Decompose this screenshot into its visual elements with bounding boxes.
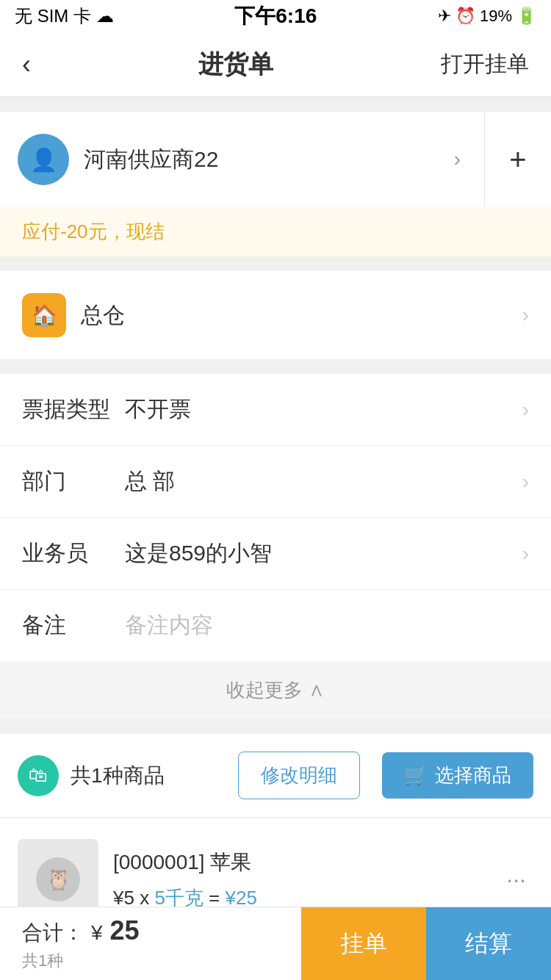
select-product-label: 选择商品 xyxy=(435,763,511,788)
notice-bar: 应付-20元，现结 xyxy=(0,207,551,256)
invoice-type-label: 票据类型 xyxy=(22,394,110,425)
collapse-toggle[interactable]: 收起更多 ∧ xyxy=(0,661,551,719)
remark-row[interactable]: 备注 备注内容 xyxy=(0,590,551,661)
edit-detail-button[interactable]: 修改明细 xyxy=(238,752,360,799)
salesperson-label: 业务员 xyxy=(22,538,110,569)
department-row[interactable]: 部门 总 部 › xyxy=(0,446,551,518)
pending-button[interactable]: 挂单 xyxy=(301,907,426,980)
open-pending-button[interactable]: 打开挂单 xyxy=(441,49,529,79)
remark-label: 备注 xyxy=(22,610,110,641)
invoice-type-value: 不开票 xyxy=(110,394,522,425)
department-label: 部门 xyxy=(22,466,110,497)
checkout-button[interactable]: 结算 xyxy=(426,907,551,980)
invoice-type-row[interactable]: 票据类型 不开票 › xyxy=(0,374,551,446)
bottom-bar: 合计： ¥ 25 共1种 挂单 结算 xyxy=(0,907,551,980)
supplier-selector[interactable]: 👤 河南供应商22 › xyxy=(0,112,484,207)
remark-value: 备注内容 xyxy=(110,610,529,641)
total-row: 合计： ¥ 25 xyxy=(22,915,279,947)
sim-status: 无 SIM 卡 ☁ xyxy=(15,4,114,28)
gap-2 xyxy=(0,256,551,271)
status-bar-left: 无 SIM 卡 ☁ xyxy=(15,4,114,28)
product-info: [0000001] 苹果 ¥5 x 5千克 = ¥25 xyxy=(113,849,484,911)
alarm-icon: ⏰ xyxy=(455,7,475,26)
warehouse-name: 总仓 xyxy=(81,300,508,331)
status-bar-right: ✈ ⏰ 19% 🔋 xyxy=(438,7,536,26)
product-header: 🛍 共1种商品 修改明细 🛒 选择商品 xyxy=(0,734,551,817)
department-chevron-icon: › xyxy=(522,470,529,494)
warehouse-selector[interactable]: 🏠 总仓 › xyxy=(0,271,551,359)
warehouse-chevron-icon: › xyxy=(522,303,529,327)
select-product-icon: 🛒 xyxy=(404,764,428,787)
total-section: 合计： ¥ 25 共1种 xyxy=(0,907,301,980)
status-bar: 无 SIM 卡 ☁ 下午6:16 ✈ ⏰ 19% 🔋 xyxy=(0,0,551,32)
salesperson-chevron-icon: › xyxy=(522,542,529,566)
salesperson-value: 这是859的小智 xyxy=(110,538,522,569)
cart-glyph: 🛍 xyxy=(29,764,48,787)
location-icon: ✈ xyxy=(438,7,451,26)
product-more-button[interactable]: ··· xyxy=(499,859,533,901)
total-sub-label: 共1种 xyxy=(22,950,279,972)
back-button[interactable]: ‹ xyxy=(22,49,31,80)
product-subtotal: ¥25 xyxy=(226,887,257,909)
salesperson-row[interactable]: 业务员 这是859的小智 › xyxy=(0,518,551,590)
gap-1 xyxy=(0,97,551,112)
product-unit-price: ¥5 xyxy=(113,887,134,909)
page-title: 进货单 xyxy=(198,48,273,82)
product-thumb-placeholder: 🦉 xyxy=(36,857,80,901)
supplier-avatar: 👤 xyxy=(18,134,69,185)
gap-3 xyxy=(0,359,551,374)
product-equals-sign: = xyxy=(209,887,225,909)
product-multiply-sign: x xyxy=(140,887,154,909)
product-name: [0000001] 苹果 xyxy=(113,849,484,876)
invoice-chevron-icon: › xyxy=(522,398,529,422)
total-label: 合计： xyxy=(22,919,84,947)
form-section: 票据类型 不开票 › 部门 总 部 › 业务员 这是859的小智 › 备注 备注… xyxy=(0,374,551,661)
product-code: [0000001] xyxy=(113,851,205,873)
department-value: 总 部 xyxy=(110,466,522,497)
product-count-label: 共1种商品 xyxy=(71,762,226,790)
warehouse-icon: 🏠 xyxy=(22,293,66,337)
product-title: 苹果 xyxy=(210,851,251,873)
battery-level: 19% xyxy=(480,7,512,26)
cart-icon: 🛍 xyxy=(18,755,59,796)
status-bar-time: 下午6:16 xyxy=(234,2,317,30)
product-quantity: 5千克 xyxy=(154,887,203,909)
supplier-name: 河南供应商22 xyxy=(84,145,439,175)
home-icon: 🏠 xyxy=(32,303,57,328)
battery-icon: 🔋 xyxy=(516,7,536,26)
nav-bar: ‹ 进货单 打开挂单 xyxy=(0,32,551,97)
select-product-button[interactable]: 🛒 选择商品 xyxy=(382,752,533,799)
gap-4 xyxy=(0,719,551,734)
person-icon: 👤 xyxy=(30,147,57,173)
supplier-chevron-icon: › xyxy=(454,148,461,171)
supplier-section: 👤 河南供应商22 › + xyxy=(0,112,551,207)
currency-symbol: ¥ xyxy=(91,921,103,945)
add-supplier-button[interactable]: + xyxy=(485,112,551,207)
total-amount: 25 xyxy=(110,915,140,946)
